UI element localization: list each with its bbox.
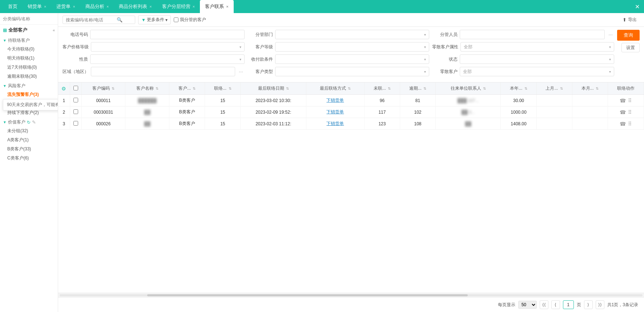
this-year-sort-icon[interactable]: ⇅ (524, 86, 527, 90)
retail-customer-select[interactable]: 全部 ▾ (460, 67, 614, 76)
last-date-sort-icon[interactable]: ⇅ (286, 86, 289, 90)
region-dots-btn[interactable]: ··· (237, 69, 245, 74)
action-phone-icon-2[interactable]: ☎ (620, 121, 626, 127)
table-body: 1 000011 ██████ B类客户 15 2023-03-02 10:30… (58, 95, 644, 130)
nav-item-purchase[interactable]: 进货单 × (51, 0, 80, 13)
table-settings-icon[interactable]: ⚙ (61, 86, 66, 92)
sidebar-group-pending[interactable]: ▼ 待联络客户 (0, 36, 58, 45)
nav-item-sales[interactable]: 销货单 × (23, 0, 51, 13)
settings-btn[interactable]: 设置 (621, 43, 640, 52)
not-contacted-sort-icon[interactable]: ⇅ (388, 86, 391, 90)
contact-sort-icon[interactable]: ⇅ (229, 86, 232, 90)
nav-customer-contact-close[interactable]: × (226, 4, 228, 9)
payment-select[interactable]: ▾ (275, 54, 430, 64)
current-page-input[interactable] (563, 300, 574, 309)
my-customers-checkbox[interactable] (174, 17, 178, 22)
sidebar-item-class-a[interactable]: A类客户(1) (0, 135, 58, 145)
action-phone-icon-1[interactable]: ☎ (620, 109, 626, 115)
nav-goods-analysis-close[interactable]: × (106, 4, 109, 9)
th-action: 联络动作 (608, 82, 644, 95)
sidebar-item-class-c[interactable]: C类客户(6) (0, 154, 58, 163)
sidebar-item-churn-warning[interactable]: 流失预警客户(3) (0, 90, 58, 99)
nav-item-customer-layer[interactable]: 客户分层经营 × (157, 0, 200, 13)
td-action-0: ☎ ⠿ (608, 95, 644, 106)
more-conditions-btn[interactable]: ▼ 更多条件 ▾ (138, 15, 171, 24)
nav-goods-analysis-list-close[interactable]: × (149, 4, 152, 9)
sidebar-group-value[interactable]: ▼ 价值客户 ↻ ✎ (0, 117, 58, 126)
sidebar-item-ungrouped[interactable]: 未分组(32) (0, 126, 58, 135)
status-select[interactable]: ▾ (460, 54, 614, 64)
my-customers-checkbox-wrap[interactable]: 我分管的客户 (174, 17, 206, 23)
sidebar-item-overdue-pending[interactable]: 逾期未联络(30) (0, 72, 58, 81)
retail-attr-value: 全部 (464, 44, 472, 50)
nav-item-home[interactable]: 首页 (3, 0, 23, 13)
search-submit-icon[interactable]: 🔍 (117, 17, 122, 23)
export-btn[interactable]: ⬆ 导出 (620, 16, 640, 24)
table-row: 1 000011 ██████ B类客户 15 2023-03-02 10:30… (58, 95, 644, 106)
sidebar-item-class-b[interactable]: B类客户(33) (0, 145, 58, 154)
this-month-sort-icon[interactable]: ⇅ (596, 86, 599, 90)
td-last-contact-method-1[interactable]: 下销货单 (306, 106, 364, 118)
nav-customer-layer-close[interactable]: × (193, 4, 195, 9)
phone-input[interactable] (90, 30, 245, 39)
region-input[interactable] (91, 67, 235, 76)
row-checkbox-1[interactable] (73, 109, 78, 114)
nav-sales-close[interactable]: × (44, 4, 46, 9)
row-checkbox-2[interactable] (73, 121, 78, 126)
query-btn[interactable]: 查询 (617, 30, 640, 41)
last-month-sort-icon[interactable]: ⇅ (560, 86, 563, 90)
nav-purchase-close[interactable]: × (73, 4, 75, 9)
sidebar-item-7days-pending[interactable]: 近7天待联络(0) (0, 63, 58, 72)
horizontal-scrollbar[interactable] (58, 293, 644, 297)
td-last-contact-method-0[interactable]: 下销货单 (306, 95, 364, 106)
retail-attr-select[interactable]: 全部 ▾ (460, 42, 614, 52)
customer-level-select[interactable]: ▾ (275, 42, 430, 52)
nav-home-label: 首页 (8, 3, 17, 10)
value-group-edit-icon[interactable]: ✎ (32, 119, 36, 125)
total-label: 共1页，3条记录 (607, 302, 638, 308)
sidebar-search-input[interactable] (3, 16, 57, 21)
action-more-icon-2[interactable]: ⠿ (628, 121, 632, 127)
action-more-icon-1[interactable]: ⠿ (628, 109, 632, 115)
action-more-icon-0[interactable]: ⠿ (628, 98, 632, 104)
sidebar-all-customers[interactable]: ⊞ 全部客户 « (0, 25, 58, 36)
first-page-btn[interactable]: ⟨⟨ (540, 300, 548, 309)
name-sort-icon[interactable]: ⇅ (156, 86, 158, 90)
nav-item-customer-contact[interactable]: 客户联系 × (200, 0, 233, 13)
manager-dots-btn[interactable]: ··· (607, 32, 614, 37)
search-input-wrap: 🔍 (63, 16, 135, 24)
per-page-select[interactable]: 50 10 20 100 (518, 301, 537, 309)
filter-row-2: 客户价格等级 ▾ 客户等级 ▾ (63, 42, 614, 52)
payment-arrow: ▾ (424, 57, 426, 61)
td-name-2: ██ (125, 118, 169, 130)
td-type-2: B类客户 (169, 118, 205, 130)
last-method-sort-icon[interactable]: ⇅ (348, 86, 351, 90)
sidebar-item-tomorrow-pending[interactable]: 明天待联络(1) (0, 54, 58, 63)
select-all-checkbox[interactable] (73, 86, 78, 90)
price-level-select[interactable]: ▾ (91, 42, 245, 52)
window-close-icon[interactable]: ✕ (635, 3, 640, 10)
code-sort-icon[interactable]: ⇅ (112, 86, 114, 90)
action-phone-icon-0[interactable]: ☎ (620, 98, 626, 104)
search-input[interactable] (66, 17, 117, 23)
type-sort-icon[interactable]: ⇅ (193, 86, 196, 90)
contact-person-sort-icon[interactable]: ⇅ (483, 86, 486, 90)
sidebar-collapse-icon[interactable]: « (53, 28, 55, 32)
value-group-refresh-icon[interactable]: ↻ (27, 120, 31, 125)
nature-select[interactable]: ▾ (90, 54, 245, 64)
dept-select[interactable]: ▾ (275, 30, 430, 39)
td-last-contact-method-2[interactable]: 下销货单 (306, 118, 364, 130)
last-page-btn[interactable]: ⟩⟩ (596, 300, 604, 309)
manager-input[interactable] (460, 30, 605, 39)
sidebar-group-risky[interactable]: ▼ 风险客户 (0, 81, 58, 90)
nav-item-goods-analysis-list[interactable]: 商品分析列表 × (114, 0, 157, 13)
customer-type-select[interactable]: ▾ (275, 67, 430, 76)
next-page-btn[interactable]: ⟩ (584, 300, 593, 309)
scrollbar-thumb[interactable] (147, 294, 468, 296)
td-this-year-0: 30.00 (501, 95, 536, 106)
sidebar-item-today-pending[interactable]: 今天待联络(0) (0, 45, 58, 54)
nav-item-goods-analysis[interactable]: 商品分析 × (80, 0, 114, 13)
row-checkbox-0[interactable] (73, 98, 78, 102)
overdue-sort-icon[interactable]: ⇅ (423, 86, 426, 90)
prev-page-btn[interactable]: ⟨ (551, 300, 560, 309)
